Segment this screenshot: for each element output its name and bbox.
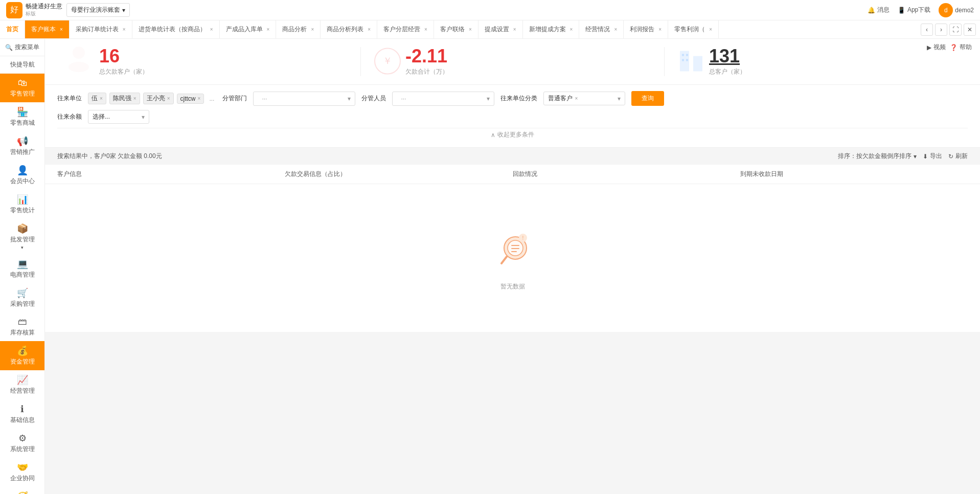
user-profile[interactable]: d demo2 bbox=[939, 3, 974, 17]
person-select[interactable]: ··· ▾ bbox=[392, 92, 494, 106]
sidebar-item-ecommerce-label: 电商管理 bbox=[10, 271, 35, 279]
dept-select-more[interactable]: ··· bbox=[260, 94, 269, 103]
sidebar-item-business-mgmt[interactable]: 📈 经营管理 bbox=[0, 370, 44, 399]
sidebar-item-retail-mgmt[interactable]: 🛍 零售管理 bbox=[0, 74, 44, 102]
messages-label: 消息 bbox=[877, 6, 890, 14]
export-button[interactable]: ⬇ 导出 bbox=[923, 152, 942, 161]
tab-customer-tier[interactable]: 客户分层经营 × bbox=[377, 20, 434, 39]
tab-customer-account-close[interactable]: × bbox=[60, 27, 63, 32]
nav-prev-button[interactable]: ‹ bbox=[921, 24, 933, 36]
sidebar-item-retail-stats[interactable]: 📊 零售统计 bbox=[0, 190, 44, 219]
tab-product-analysis[interactable]: 商品分析 × bbox=[276, 20, 321, 39]
sidebar-item-purchase-mgmt[interactable]: 🛒 采购管理 bbox=[0, 283, 44, 312]
tab-purchase-order[interactable]: 采购订单统计表 × bbox=[70, 20, 132, 39]
category-tag-close[interactable]: × bbox=[575, 96, 578, 101]
sidebar-item-business-mgmt-label: 经营管理 bbox=[10, 387, 35, 395]
marketing-icon: 📢 bbox=[17, 136, 28, 147]
sidebar-item-basic-info[interactable]: ℹ 基础信息 bbox=[0, 399, 44, 429]
sidebar-item-finance-mgmt[interactable]: 💰 资金管理 bbox=[0, 341, 44, 370]
nav-next-button[interactable]: › bbox=[935, 24, 947, 36]
tab-purchase-stats[interactable]: 进货单统计表（按商品） × bbox=[132, 20, 220, 39]
business-icon: 📈 bbox=[17, 374, 28, 386]
filter-tag-wu-close[interactable]: × bbox=[100, 96, 103, 101]
sidebar-item-purchase-mgmt-label: 采购管理 bbox=[10, 300, 35, 308]
tab-purchase-order-label: 采购订单统计表 bbox=[76, 25, 119, 34]
tab-new-commission[interactable]: 新增提成方案 × bbox=[523, 20, 580, 39]
filter-tag-wang: 王小亮 × bbox=[143, 93, 174, 104]
filter-tag-cjttcw: cjttcw × bbox=[177, 94, 204, 104]
sidebar-item-enterprise-collab[interactable]: 🤝 企业协同 bbox=[0, 458, 44, 487]
tab-commission-settings-close[interactable]: × bbox=[513, 27, 516, 32]
sidebar-item-marketing[interactable]: 📢 营销推广 bbox=[0, 131, 44, 161]
chevron-down-icon: ▾ bbox=[122, 7, 125, 14]
filter-tag-cjttcw-close[interactable]: × bbox=[198, 96, 201, 101]
sidebar-item-retail-mall[interactable]: 🏪 零售商城 bbox=[0, 102, 44, 131]
header-left: 好 畅捷通好生意 标版 母婴行业演示账套 ▾ bbox=[6, 2, 130, 18]
filter-tag-chen-close[interactable]: × bbox=[133, 96, 136, 101]
category-select[interactable]: 普通客户 × ▾ bbox=[543, 92, 625, 105]
dept-select[interactable]: ··· ▾ bbox=[253, 92, 355, 106]
search-button[interactable]: 查询 bbox=[631, 91, 664, 106]
env-selector[interactable]: 母婴行业演示账套 ▾ bbox=[66, 3, 130, 17]
filter-more-tags[interactable]: ... bbox=[207, 94, 216, 103]
tab-customer-contact[interactable]: 客户联络 × bbox=[434, 20, 478, 39]
table-col-repayment: 回款情况 bbox=[513, 170, 740, 178]
quick-nav-label: 快捷导航 bbox=[10, 60, 35, 69]
tab-profit-report[interactable]: 利润报告 × bbox=[624, 20, 668, 39]
sidebar-item-new-guide[interactable]: 🧭 新手引导 bbox=[0, 487, 44, 494]
tab-customer-account[interactable]: 客户账本 × bbox=[25, 20, 70, 39]
refresh-button[interactable]: ↻ 刷新 bbox=[948, 152, 968, 161]
nav-expand-button[interactable]: ⛶ bbox=[949, 24, 962, 36]
tab-customer-tier-close[interactable]: × bbox=[424, 27, 427, 32]
messages-button[interactable]: 🔔 消息 bbox=[868, 6, 890, 14]
sidebar-item-ecommerce[interactable]: 💻 电商管理 bbox=[0, 254, 44, 283]
app-download-button[interactable]: 📱 App下载 bbox=[898, 6, 930, 14]
tab-commission-settings[interactable]: 提成设置 × bbox=[478, 20, 523, 39]
stat-all-customers-label: 总客户（家） bbox=[681, 68, 951, 76]
tab-customer-contact-close[interactable]: × bbox=[469, 27, 472, 32]
dept-select-arrow: ▾ bbox=[348, 95, 351, 102]
tab-purchase-stats-close[interactable]: × bbox=[210, 27, 213, 32]
tab-retail-profit-close[interactable]: × bbox=[709, 27, 712, 32]
sidebar-search[interactable]: 🔍 搜索菜单 bbox=[0, 39, 44, 56]
tab-business-status[interactable]: 经营情况 × bbox=[579, 20, 624, 39]
sidebar-item-inventory[interactable]: 🗃 库存核算 bbox=[0, 312, 44, 341]
collapse-filters-button[interactable]: ∧ 收起更多条件 bbox=[57, 128, 968, 141]
nav-close-all-button[interactable]: ✕ bbox=[964, 24, 976, 36]
sidebar-search-label: 搜索菜单 bbox=[15, 43, 39, 52]
sort-arrow-icon: ▾ bbox=[914, 153, 917, 160]
category-tag: 普通客户 × bbox=[548, 94, 578, 103]
tab-product-analysis-list-close[interactable]: × bbox=[368, 27, 371, 32]
sidebar-quick-nav[interactable]: 快捷导航 bbox=[0, 56, 44, 74]
tab-purchase-order-close[interactable]: × bbox=[123, 27, 126, 32]
tab-new-commission-close[interactable]: × bbox=[570, 27, 573, 32]
tab-retail-profit[interactable]: 零售利润（ × bbox=[668, 20, 719, 39]
tab-product-analysis-list-label: 商品分析列表 bbox=[327, 25, 363, 34]
sidebar-item-system-mgmt[interactable]: ⚙ 系统管理 bbox=[0, 429, 44, 458]
sidebar-item-retail-mall-label: 零售商城 bbox=[10, 119, 35, 127]
tab-finished-product-close[interactable]: × bbox=[267, 27, 270, 32]
tab-customer-tier-label: 客户分层经营 bbox=[383, 25, 420, 34]
retail-mall-icon: 🏪 bbox=[17, 106, 28, 118]
tab-product-analysis-list[interactable]: 商品分析列表 × bbox=[321, 20, 377, 39]
tab-product-analysis-close[interactable]: × bbox=[311, 27, 314, 32]
guide-icon: 🧭 bbox=[17, 491, 28, 494]
tab-profit-report-close[interactable]: × bbox=[658, 27, 662, 32]
svg-rect-7 bbox=[686, 54, 688, 56]
balance-select[interactable]: 选择... ▾ bbox=[88, 110, 149, 124]
filter-tag-wang-close[interactable]: × bbox=[167, 96, 170, 101]
tab-home[interactable]: 首页 bbox=[0, 20, 25, 39]
collapse-arrow-icon: ∧ bbox=[491, 131, 495, 139]
table-col-due-date: 到期未收款日期 bbox=[740, 170, 968, 178]
finance-icon: 💰 bbox=[17, 345, 28, 356]
sidebar-item-wholesale-mgmt[interactable]: 📦 批发管理 ▾ bbox=[0, 219, 44, 254]
person-select-more[interactable]: ··· bbox=[399, 94, 408, 103]
balance-select-placeholder: 选择... bbox=[93, 113, 110, 121]
result-bar: 搜索结果中，客户0家 欠款金额 0.00元 排序：按欠款金额倒序排序 ▾ ⬇ 导… bbox=[45, 148, 980, 165]
stat-all-customers-number: 131 bbox=[681, 47, 951, 65]
filter-tag-cjttcw-text: cjttcw bbox=[180, 95, 196, 102]
tab-finished-product[interactable]: 产成品入库单 × bbox=[220, 20, 277, 39]
tab-business-status-close[interactable]: × bbox=[614, 27, 617, 32]
sidebar-item-member-center[interactable]: 👤 会员中心 bbox=[0, 161, 44, 190]
sort-select[interactable]: 排序：按欠款金额倒序排序 ▾ bbox=[838, 152, 917, 161]
